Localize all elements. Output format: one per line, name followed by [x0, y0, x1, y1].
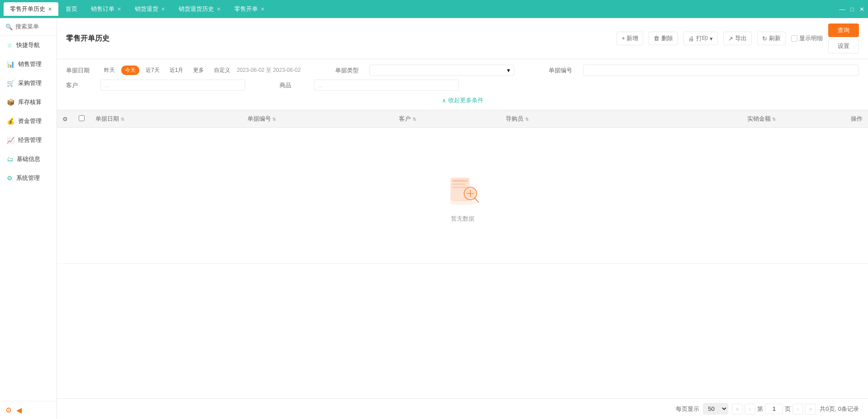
- empty-text: 暂无数据: [451, 215, 474, 223]
- sidebar-bottom: ⚙ ◀: [0, 401, 57, 419]
- first-page-button[interactable]: «: [732, 404, 743, 414]
- sidebar-item-inventory[interactable]: 📦 库存核算: [0, 93, 57, 112]
- operations-icon: 📈: [7, 137, 14, 144]
- empty-state-row: 暂无数据: [57, 128, 868, 264]
- sort-no-icon[interactable]: ⇅: [272, 117, 276, 122]
- tab-close-icon[interactable]: ✕: [161, 6, 165, 12]
- collapse-button[interactable]: ∧ 收起更多条件: [66, 94, 859, 106]
- sidebar-item-system-mgmt[interactable]: ⚙ 系统管理: [0, 169, 57, 188]
- last-page-button[interactable]: »: [805, 404, 816, 414]
- th-amount[interactable]: 实销金额 ⇅: [630, 110, 782, 128]
- date-btn-7days[interactable]: 近7天: [142, 66, 163, 75]
- close-button[interactable]: ✕: [859, 6, 864, 13]
- sidebar-item-sales-mgmt[interactable]: 📊 销售管理: [0, 55, 57, 74]
- add-button[interactable]: + 新增: [617, 32, 643, 45]
- th-customer-label: 客户: [399, 115, 411, 122]
- sidebar-search[interactable]: 🔍 搜索菜单: [0, 18, 57, 36]
- th-action-label: 操作: [851, 115, 863, 122]
- per-page-label: 每页显示: [676, 405, 699, 413]
- display-cols-checkbox[interactable]: [791, 35, 797, 42]
- tab-sales-return[interactable]: 销货退货 ✕: [128, 2, 171, 16]
- th-no[interactable]: 单据编号 ⇅: [242, 110, 394, 128]
- finance-icon: 💰: [7, 118, 14, 125]
- bill-type-select[interactable]: ▾: [370, 65, 514, 76]
- date-btn-yesterday[interactable]: 昨天: [100, 66, 119, 75]
- search-icon: 🔍: [5, 24, 13, 30]
- tab-close-icon[interactable]: ✕: [117, 6, 121, 12]
- refresh-label: 刷新: [769, 34, 781, 42]
- date-btn-today[interactable]: 今天: [121, 66, 139, 75]
- display-cols-toggle[interactable]: 显示明细: [791, 34, 823, 42]
- delete-button[interactable]: 🗑 删除: [649, 32, 678, 45]
- total-records: 共0页, 0条记录: [820, 405, 859, 413]
- sidebar-item-quick-nav[interactable]: ☆ 快捷导航: [0, 36, 57, 55]
- th-customer[interactable]: 客户 ⇅: [394, 110, 500, 128]
- gear-icon[interactable]: ⚙: [62, 116, 68, 122]
- refresh-button[interactable]: ↻ 刷新: [757, 32, 786, 45]
- sidebar-item-operations[interactable]: 📈 经营管理: [0, 131, 57, 150]
- select-all-checkbox[interactable]: [79, 115, 85, 121]
- sidebar-item-label: 快捷导航: [16, 41, 40, 49]
- tab-close-icon[interactable]: ✕: [48, 6, 52, 12]
- sidebar-item-label: 系统管理: [16, 174, 40, 182]
- product-label: 商品: [280, 81, 307, 89]
- toolbar: + 新增 🗑 删除 🖨 打印 ▾ ↗ 导出 ↻ 刷新 显示明细: [617, 24, 859, 53]
- tab-retail-history[interactable]: 零售开单历史 ✕: [4, 2, 58, 16]
- print-label: 打印: [696, 34, 708, 42]
- base-info-icon: 🗂: [7, 155, 13, 163]
- setting-button[interactable]: 设置: [828, 39, 859, 53]
- date-btn-1month[interactable]: 近1月: [166, 66, 187, 75]
- collapse-icon[interactable]: ◀: [16, 406, 22, 414]
- collapse-up-icon: ∧: [442, 97, 446, 104]
- sort-amount-icon[interactable]: ⇅: [772, 117, 776, 122]
- tab-close-icon[interactable]: ✕: [261, 6, 265, 12]
- page-number-input[interactable]: [765, 404, 783, 414]
- next-page-button[interactable]: ›: [792, 404, 803, 414]
- date-btn-more[interactable]: 更多: [190, 66, 208, 75]
- tab-retail-open[interactable]: 零售开单 ✕: [228, 2, 271, 16]
- inventory-icon: 📦: [7, 99, 14, 106]
- page-suffix: 页: [785, 405, 791, 413]
- sales-mgmt-icon: 📊: [7, 61, 14, 68]
- print-button[interactable]: 🖨 打印 ▾: [683, 32, 718, 45]
- sort-date-icon[interactable]: ⇅: [121, 117, 124, 122]
- query-button[interactable]: 查询: [828, 24, 859, 37]
- th-no-label: 单据编号: [247, 115, 271, 122]
- th-salesperson[interactable]: 导购员 ⇅: [500, 110, 630, 128]
- table-header-row: ⚙ 单据日期 ⇅ 单据编号 ⇅: [57, 110, 868, 128]
- filter-area: 单据日期 昨天 今天 近7天 近1月 更多 自定义 2023-06-02 至 2…: [57, 59, 868, 110]
- page-header: 零售开单历史 + 新增 🗑 删除 🖨 打印 ▾ ↗ 导出 ↻ 刷新: [57, 18, 868, 59]
- filter-row-1: 单据日期 昨天 今天 近7天 近1月 更多 自定义 2023-06-02 至 2…: [66, 65, 859, 76]
- sidebar-item-label: 库存核算: [18, 98, 42, 106]
- th-date[interactable]: 单据日期 ⇅: [90, 110, 242, 128]
- bill-no-input[interactable]: [583, 65, 859, 76]
- tab-label: 销售订单: [91, 5, 114, 13]
- sidebar-item-label: 资金管理: [18, 117, 42, 125]
- sidebar-item-purchase-mgmt[interactable]: 🛒 采购管理: [0, 74, 57, 93]
- search-label: 搜索菜单: [15, 23, 39, 31]
- tab-sales-order[interactable]: 销售订单 ✕: [85, 2, 128, 16]
- th-gear[interactable]: ⚙: [57, 110, 73, 128]
- minimize-button[interactable]: —: [839, 6, 845, 13]
- th-amount-label: 实销金额: [747, 115, 771, 122]
- th-checkbox[interactable]: [73, 110, 90, 128]
- tab-close-icon[interactable]: ✕: [217, 6, 221, 12]
- print-dropdown-icon: ▾: [710, 35, 713, 42]
- sidebar-item-finance[interactable]: 💰 资金管理: [0, 112, 57, 131]
- sort-customer-icon[interactable]: ⇅: [413, 117, 416, 122]
- sort-salesperson-icon[interactable]: ⇅: [525, 117, 529, 122]
- tab-sales-return-history[interactable]: 销货退货历史 ✕: [172, 2, 227, 16]
- settings-icon[interactable]: ⚙: [5, 406, 12, 414]
- customer-input[interactable]: ...: [100, 80, 245, 91]
- tab-home[interactable]: 首页: [59, 2, 84, 16]
- page-size-select[interactable]: 10 20 50 100: [703, 403, 728, 414]
- sidebar-item-base-info[interactable]: 🗂 基础信息: [0, 150, 57, 169]
- export-button[interactable]: ↗ 导出: [723, 32, 752, 45]
- prev-page-button[interactable]: ‹: [745, 404, 755, 414]
- maximize-button[interactable]: □: [850, 6, 854, 13]
- date-btn-custom[interactable]: 自定义: [210, 66, 234, 75]
- svg-rect-3: [452, 184, 465, 185]
- query-btns: 查询 设置: [828, 24, 859, 53]
- data-table: ⚙ 单据日期 ⇅ 单据编号 ⇅: [57, 110, 868, 264]
- product-input[interactable]: ...: [314, 80, 459, 91]
